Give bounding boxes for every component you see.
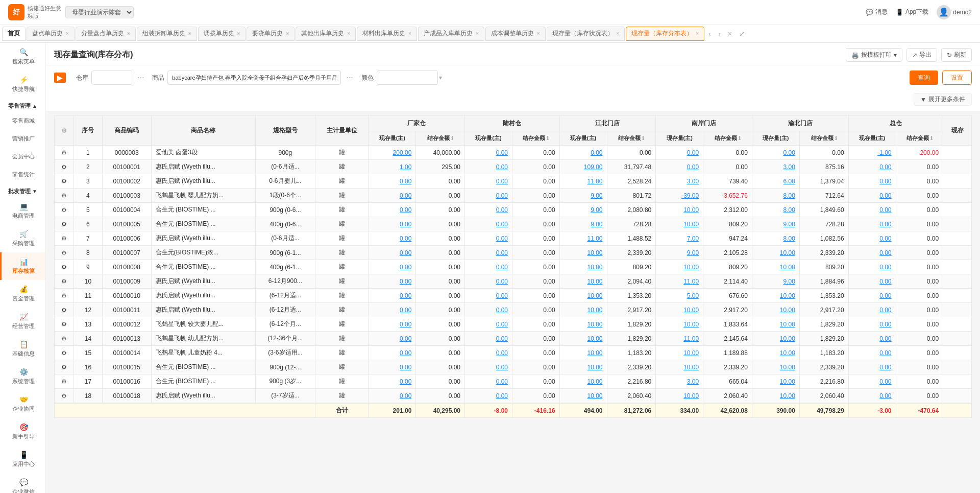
- tab-home[interactable]: 首页: [2, 27, 26, 41]
- sidebar-item-finance[interactable]: 💰 资金管理: [0, 280, 45, 308]
- cell-fc-qty[interactable]: 1.00: [369, 160, 416, 174]
- cell-yb-qty[interactable]: 3.00: [752, 160, 799, 174]
- cell-lc-qty[interactable]: 0.00: [465, 160, 512, 174]
- sidebar-item-member[interactable]: 会员中心: [0, 148, 45, 166]
- cell-lc-qty[interactable]: 0.00: [465, 203, 512, 217]
- cell-jb-qty[interactable]: 10.00: [559, 317, 607, 332]
- sidebar-item-retail[interactable]: 零售管理 ▲: [0, 98, 45, 112]
- cell-gear[interactable]: ⚙: [55, 374, 74, 389]
- tab-t4[interactable]: 调拨单历史 ×: [198, 27, 246, 41]
- cell-total-qty[interactable]: 0.00: [848, 203, 896, 217]
- cell-total-qty[interactable]: 0.00: [848, 332, 896, 346]
- cell-jb-qty[interactable]: 0.00: [559, 146, 607, 160]
- cell-na-qty[interactable]: 9.00: [656, 246, 703, 260]
- cell-fc-qty[interactable]: 200.00: [369, 146, 416, 160]
- tab-next-btn[interactable]: ›: [715, 30, 724, 38]
- cell-gear[interactable]: ⚙: [55, 260, 74, 274]
- close-tab-t7[interactable]: ×: [408, 31, 411, 36]
- cell-gear[interactable]: ⚙: [55, 189, 74, 203]
- goods-dots[interactable]: ···: [346, 73, 353, 82]
- tab-t5[interactable]: 要货单历史 ×: [247, 27, 295, 41]
- cell-fc-qty[interactable]: 0.00: [369, 217, 416, 231]
- tab-t9[interactable]: 成本调整单历史 ×: [485, 27, 546, 41]
- cell-na-qty[interactable]: 10.00: [656, 203, 703, 217]
- cell-na-qty[interactable]: 7.00: [656, 231, 703, 246]
- print-btn[interactable]: 🖨️ 按模板打印 ▾: [846, 48, 902, 62]
- cell-na-qty[interactable]: 10.00: [656, 303, 703, 317]
- cell-gear[interactable]: ⚙: [55, 217, 74, 231]
- cell-fc-qty[interactable]: 0.00: [369, 360, 416, 374]
- close-tab-t8[interactable]: ×: [476, 31, 479, 36]
- sidebar-item-mall[interactable]: 零售商城: [0, 112, 45, 130]
- sidebar-item-purchase[interactable]: 🛒 采购管理: [0, 225, 45, 252]
- warehouse-dots[interactable]: ···: [137, 73, 144, 82]
- close-tab-t3[interactable]: ×: [188, 31, 191, 36]
- cell-na-qty[interactable]: -39.00: [656, 189, 703, 203]
- cell-yb-qty[interactable]: 10.00: [752, 389, 799, 404]
- cell-lc-qty[interactable]: 0.00: [465, 217, 512, 231]
- cell-lc-qty[interactable]: 0.00: [465, 146, 512, 160]
- cell-total-qty[interactable]: 0.00: [848, 360, 896, 374]
- cell-lc-qty[interactable]: 0.00: [465, 189, 512, 203]
- cell-yb-qty[interactable]: 9.00: [752, 217, 799, 231]
- cell-fc-qty[interactable]: 0.00: [369, 260, 416, 274]
- sidebar-item-operations[interactable]: 📈 经营管理: [0, 308, 45, 335]
- cell-lc-qty[interactable]: 0.00: [465, 246, 512, 260]
- cell-na-qty[interactable]: 0.00: [656, 146, 703, 160]
- cell-yb-qty[interactable]: 10.00: [752, 346, 799, 360]
- cell-lc-qty[interactable]: 0.00: [465, 303, 512, 317]
- sidebar-item-guide[interactable]: 🎯 新手引导: [0, 418, 45, 445]
- cell-jb-qty[interactable]: 10.00: [559, 289, 607, 303]
- cell-lc-qty[interactable]: 0.00: [465, 346, 512, 360]
- setting-btn[interactable]: 设置: [942, 71, 972, 85]
- cell-gear[interactable]: ⚙: [55, 360, 74, 374]
- cell-fc-qty[interactable]: 0.00: [369, 174, 416, 189]
- message-btn[interactable]: 💬 消息: [866, 8, 888, 16]
- cell-fc-qty[interactable]: 0.00: [369, 274, 416, 289]
- cell-gear[interactable]: ⚙: [55, 231, 74, 246]
- cell-lc-qty[interactable]: 0.00: [465, 389, 512, 404]
- cell-lc-qty[interactable]: 0.00: [465, 360, 512, 374]
- user-area[interactable]: 👤 demo2: [937, 5, 972, 19]
- cell-gear[interactable]: ⚙: [55, 274, 74, 289]
- cell-jb-qty[interactable]: 9.00: [559, 217, 607, 231]
- cell-fc-qty[interactable]: 0.00: [369, 246, 416, 260]
- cell-yb-qty[interactable]: 8.00: [752, 203, 799, 217]
- total-amt-info-icon[interactable]: ℹ: [930, 135, 933, 141]
- cell-total-qty[interactable]: 0.00: [848, 189, 896, 203]
- sidebar-item-search[interactable]: 🔍 搜索英单: [0, 43, 45, 71]
- cell-yb-qty[interactable]: 8.00: [752, 189, 799, 203]
- industry-select[interactable]: 母婴行业演示陈套: [65, 6, 134, 18]
- cell-fc-qty[interactable]: 0.00: [369, 332, 416, 346]
- cell-lc-qty[interactable]: 0.00: [465, 374, 512, 389]
- sidebar-item-apps[interactable]: 📱 应用中心: [0, 445, 45, 473]
- cell-total-qty[interactable]: 0.00: [848, 174, 896, 189]
- cell-na-qty[interactable]: 10.00: [656, 260, 703, 274]
- cell-jb-qty[interactable]: 9.00: [559, 189, 607, 203]
- cell-yb-qty[interactable]: 10.00: [752, 317, 799, 332]
- tab-t3[interactable]: 组装拆卸单历史 ×: [137, 27, 197, 41]
- cell-gear[interactable]: ⚙: [55, 303, 74, 317]
- cell-total-qty[interactable]: 0.00: [848, 317, 896, 332]
- close-tab-t4[interactable]: ×: [237, 31, 240, 36]
- cell-yb-qty[interactable]: 6.00: [752, 174, 799, 189]
- cell-lc-qty[interactable]: 0.00: [465, 260, 512, 274]
- cell-jb-qty[interactable]: 10.00: [559, 246, 607, 260]
- close-tab-t9[interactable]: ×: [537, 31, 540, 36]
- cell-jb-qty[interactable]: 10.00: [559, 260, 607, 274]
- close-tab-t6[interactable]: ×: [347, 31, 350, 36]
- goods-input[interactable]: [167, 71, 341, 85]
- cell-yb-qty[interactable]: 10.00: [752, 260, 799, 274]
- tab-t8[interactable]: 产成品入库单历史 ×: [418, 27, 484, 41]
- cell-lc-qty[interactable]: 0.00: [465, 289, 512, 303]
- yb-amt-info-icon[interactable]: ℹ: [835, 135, 837, 141]
- cell-total-qty[interactable]: 0.00: [848, 346, 896, 360]
- refresh-btn[interactable]: ↻ 刷新: [941, 48, 972, 62]
- cell-fc-qty[interactable]: 0.00: [369, 231, 416, 246]
- cell-fc-qty[interactable]: 0.00: [369, 346, 416, 360]
- color-input[interactable]: [377, 71, 438, 85]
- cell-na-qty[interactable]: 11.00: [656, 332, 703, 346]
- tab-t6[interactable]: 其他出库单历史 ×: [296, 27, 356, 41]
- cell-na-qty[interactable]: 0.00: [656, 160, 703, 174]
- export-btn[interactable]: ↗ 导出: [906, 48, 937, 62]
